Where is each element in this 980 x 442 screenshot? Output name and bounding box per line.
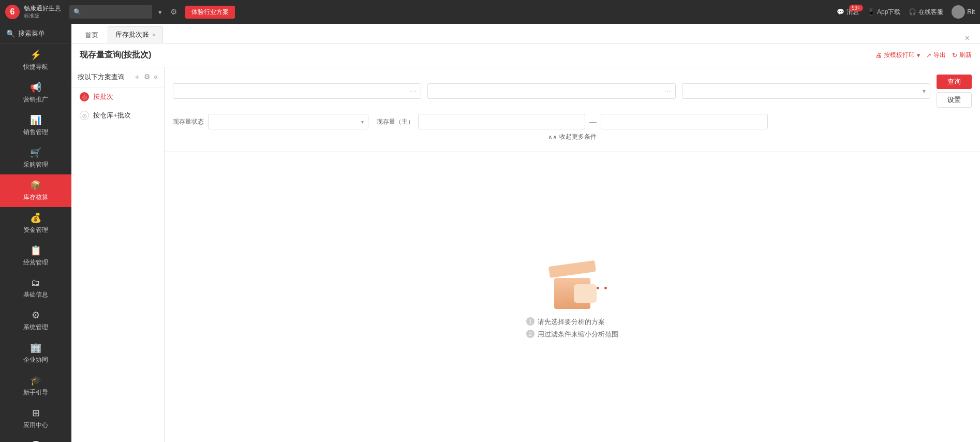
tab-batch-account[interactable]: 库存批次账 × bbox=[108, 26, 163, 43]
range-separator: — bbox=[589, 117, 597, 126]
print-button[interactable]: 🖨 按模板打印 ▾ bbox=[875, 51, 920, 60]
sidebar-item-finance[interactable]: 💰 资金管理 bbox=[0, 207, 71, 240]
tab-home[interactable]: 首页 bbox=[78, 27, 106, 43]
status-field: ▾ bbox=[682, 83, 930, 99]
page-header-actions: 🖨 按模板打印 ▾ ↗ 导出 ↻ 刷新 bbox=[875, 51, 972, 60]
query-button[interactable]: 查询 bbox=[937, 75, 972, 89]
operations-icon: 📋 bbox=[30, 245, 41, 256]
collapse-button[interactable]: ∧∧ 收起更多条件 bbox=[548, 132, 597, 141]
sidebar-item-purchase[interactable]: 🛒 采购管理 bbox=[0, 142, 71, 174]
inventory-status-dropdown[interactable] bbox=[213, 118, 361, 125]
refresh-icon: ↻ bbox=[952, 52, 957, 59]
inventory-amount-field: 现存量（主） — bbox=[377, 114, 768, 129]
system-icon: ⚙ bbox=[32, 310, 40, 321]
filter-panel-actions: ＋ ⚙ « bbox=[133, 72, 158, 82]
query-form: ··· ··· bbox=[165, 67, 980, 152]
sidebar-search-label: 搜索菜单 bbox=[18, 29, 45, 38]
filter-add-button[interactable]: ＋ bbox=[133, 72, 141, 82]
wechat-icon: 💬 bbox=[30, 440, 41, 442]
inventory-amount-to-input[interactable] bbox=[605, 118, 763, 125]
product-dots[interactable]: ··· bbox=[664, 86, 671, 96]
apps-icon: ⊞ bbox=[32, 407, 40, 419]
box-lid bbox=[548, 260, 596, 278]
brand-sub: 标准版 bbox=[24, 12, 61, 19]
sidebar-item-basic[interactable]: 🗂 基础信息 bbox=[0, 272, 71, 304]
filter-panel: 按以下方案查询 ＋ ⚙ « ◎ 按批次 ◎ bbox=[71, 67, 165, 442]
trial-button[interactable]: 体验行业方案 bbox=[185, 6, 235, 19]
filter-option-by-batch[interactable]: ◎ 按批次 bbox=[71, 87, 164, 106]
app-download-button[interactable]: 📱 App下载 bbox=[867, 8, 900, 17]
filter-batch-label: 按批次 bbox=[93, 92, 113, 101]
main-panel: ··· ··· bbox=[165, 67, 980, 442]
sidebar-item-label: 销售管理 bbox=[23, 128, 48, 137]
export-button[interactable]: ↗ 导出 bbox=[926, 51, 946, 60]
status-dropdown-icon[interactable]: ▾ bbox=[923, 87, 926, 95]
filter-option-warehouse-batch[interactable]: ◎ 按仓库+批次 bbox=[71, 106, 164, 125]
sidebar-search[interactable]: 🔍 搜索菜单 bbox=[0, 24, 71, 44]
search-box[interactable]: 🔍 bbox=[69, 5, 152, 19]
headset-icon: 🎧 bbox=[909, 8, 916, 16]
sales-icon: 📊 bbox=[30, 114, 41, 126]
sidebar-item-label: 经营管理 bbox=[23, 258, 48, 267]
filter-panel-header: 按以下方案查询 ＋ ⚙ « bbox=[71, 67, 164, 87]
sidebar-item-inventory[interactable]: 📦 库存核算 bbox=[0, 174, 71, 207]
print-label: 按模板打印 bbox=[884, 51, 915, 60]
sidebar-item-system[interactable]: ⚙ 系统管理 bbox=[0, 304, 71, 337]
sidebar: 🔍 搜索菜单 ⚡ 快捷导航 📢 营销推广 📊 销售管理 🛒 采购管理 📦 库存核… bbox=[0, 24, 71, 442]
page-header: 现存量查询(按批次) 🖨 按模板打印 ▾ ↗ 导出 ↻ 刷新 bbox=[71, 43, 980, 67]
user-avatar-button[interactable]: Rit bbox=[952, 5, 975, 19]
box-eye-right bbox=[604, 287, 607, 289]
sidebar-item-apps[interactable]: ⊞ 应用中心 bbox=[0, 402, 71, 435]
app-brand: 畅康通好生意 标准版 bbox=[24, 5, 61, 19]
filter-collapse-button[interactable]: « bbox=[154, 72, 158, 82]
sidebar-item-wechat[interactable]: 💬 企业微信 bbox=[0, 435, 71, 442]
sidebar-item-sales[interactable]: 📊 销售管理 bbox=[0, 109, 71, 142]
inventory-amount-label: 现存量（主） bbox=[377, 117, 414, 126]
page-title: 现存量查询(按批次) bbox=[80, 50, 152, 61]
basic-icon: 🗂 bbox=[31, 277, 40, 288]
sidebar-item-newbie[interactable]: 🎓 新手引导 bbox=[0, 370, 71, 402]
inventory-icon: 📦 bbox=[30, 180, 41, 191]
product-input[interactable] bbox=[432, 87, 662, 95]
search-chevron-icon[interactable]: ▾ bbox=[158, 8, 162, 16]
filter-settings-button[interactable]: ⚙ bbox=[144, 72, 151, 82]
collapse-icon: ∧∧ bbox=[548, 134, 557, 141]
box-face bbox=[574, 284, 597, 303]
empty-tips: 1 请先选择要分析的方案 2 用过滤条件来缩小分析范围 bbox=[526, 317, 618, 342]
messages-badge: 99+ bbox=[849, 5, 863, 11]
inventory-status-select[interactable]: ▾ bbox=[208, 114, 368, 129]
warehouse-input[interactable] bbox=[177, 87, 408, 95]
warehouse-dots[interactable]: ··· bbox=[410, 86, 417, 96]
customer-service-button[interactable]: 🎧 在线客服 bbox=[909, 8, 943, 17]
sidebar-item-enterprise[interactable]: 🏢 企业协同 bbox=[0, 337, 71, 370]
inventory-amount-from-input[interactable] bbox=[423, 118, 581, 125]
empty-tip-1: 1 请先选择要分析的方案 bbox=[526, 317, 618, 327]
refresh-button[interactable]: ↻ 刷新 bbox=[952, 51, 972, 60]
sidebar-item-operations[interactable]: 📋 经营管理 bbox=[0, 240, 71, 272]
sidebar-item-quick-nav[interactable]: ⚡ 快捷导航 bbox=[0, 44, 71, 77]
sidebar-item-marketing[interactable]: 📢 营销推广 bbox=[0, 77, 71, 109]
topbar: 6 畅康通好生意 标准版 🔍 ▾ ⚙ 体验行业方案 💬 消息 99+ 📱 App… bbox=[0, 0, 980, 24]
tab-close-icon[interactable]: × bbox=[152, 32, 155, 38]
settings-icon[interactable]: ⚙ bbox=[170, 7, 177, 17]
filter-batch-icon-inner: ◎ bbox=[82, 94, 87, 100]
tab-home-label: 首页 bbox=[85, 31, 98, 40]
action-buttons: 查询 设置 bbox=[937, 75, 972, 108]
inventory-status-arrow-icon: ▾ bbox=[361, 119, 364, 125]
close-all-icon[interactable]: × bbox=[961, 34, 974, 43]
customer-service-label: 在线客服 bbox=[918, 8, 943, 17]
settings-button[interactable]: 设置 bbox=[937, 92, 972, 108]
sidebar-item-label: 快捷导航 bbox=[23, 63, 48, 71]
product-input-wrap: ··· bbox=[427, 83, 676, 99]
sidebar-item-label: 资金管理 bbox=[23, 226, 48, 234]
collapse-label: 收起更多条件 bbox=[559, 132, 597, 141]
export-label: 导出 bbox=[933, 51, 946, 60]
app-logo: 6 bbox=[5, 5, 20, 19]
messages-button[interactable]: 💬 消息 99+ bbox=[837, 8, 859, 17]
finance-icon: 💰 bbox=[30, 212, 41, 224]
inventory-amount-from bbox=[418, 114, 585, 129]
print-dropdown-icon[interactable]: ▾ bbox=[917, 52, 920, 59]
tip2-text: 用过滤条件来缩小分析范围 bbox=[538, 330, 618, 339]
status-input[interactable] bbox=[687, 87, 920, 95]
sidebar-item-label: 采购管理 bbox=[23, 160, 48, 169]
